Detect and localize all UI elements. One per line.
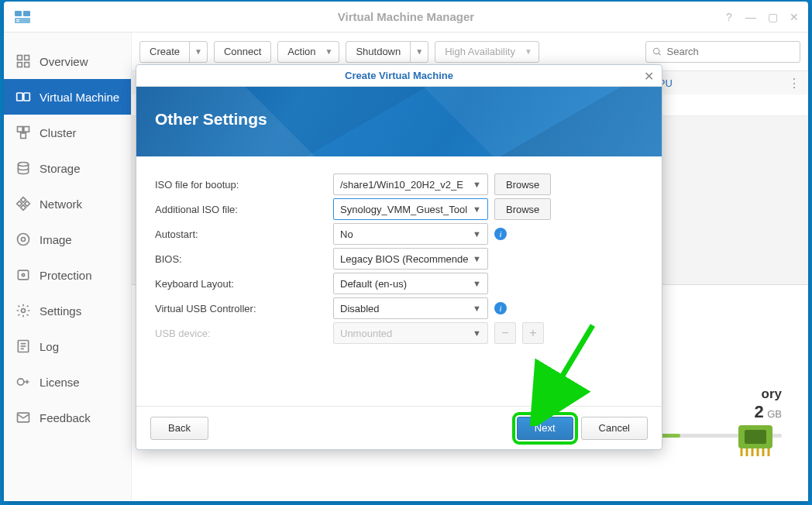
sidebar-item-image[interactable]: Image [4, 222, 131, 257]
svg-rect-6 [25, 56, 29, 60]
svg-rect-17 [18, 270, 28, 280]
connect-button[interactable]: Connect [214, 41, 271, 63]
iso-file-select[interactable]: /share1/Win10_20H2_v2_E▼ [333, 173, 488, 195]
svg-rect-0 [15, 11, 22, 16]
sidebar-item-label: Overview [40, 55, 88, 68]
sidebar-item-label: Network [40, 198, 82, 211]
chevron-down-icon: ▼ [325, 47, 339, 56]
virtual-usb-select[interactable]: Disabled▼ [333, 297, 488, 319]
window-title: Virtual Machine Manager [338, 10, 474, 23]
chevron-down-icon: ▼ [473, 279, 481, 288]
additional-iso-select[interactable]: Synology_VMM_Guest_Tool▼ [333, 198, 488, 220]
bios-label: BIOS: [155, 253, 333, 265]
svg-rect-10 [24, 93, 30, 101]
svg-rect-11 [18, 127, 23, 132]
cluster-icon [15, 124, 32, 141]
high-availability-button[interactable]: High Availability▼ [435, 41, 539, 63]
additional-iso-browse-button[interactable]: Browse [494, 198, 551, 220]
sidebar-item-label: Storage [40, 162, 81, 175]
sidebar-item-settings[interactable]: Settings [4, 293, 131, 328]
log-icon [15, 338, 32, 355]
create-vm-dialog: Create Virtual Machine ✕ Other Settings … [136, 64, 662, 450]
svg-point-18 [22, 273, 24, 276]
storage-icon [15, 160, 32, 177]
protection-icon [15, 266, 32, 283]
svg-rect-4 [16, 21, 19, 22]
gear-icon [15, 302, 32, 319]
additional-iso-label: Additional ISO file: [155, 204, 333, 215]
vm-icon [15, 88, 32, 105]
svg-rect-2 [15, 18, 30, 23]
back-button[interactable]: Back [150, 417, 208, 440]
info-icon[interactable]: i [494, 302, 507, 314]
svg-point-24 [18, 379, 24, 385]
chevron-down-icon: ▼ [473, 204, 481, 214]
svg-rect-13 [21, 133, 26, 139]
action-button[interactable]: Action▼ [277, 41, 339, 63]
sidebar-item-label: Virtual Machine [40, 91, 119, 104]
create-button[interactable]: Create▼ [139, 41, 208, 63]
sidebar-item-storage[interactable]: Storage [4, 150, 131, 186]
svg-point-26 [654, 48, 659, 53]
sidebar: Overview Virtual Machine Cluster Storage… [4, 33, 132, 501]
autostart-select[interactable]: No▼ [333, 223, 488, 245]
dialog-title: Create Virtual Machine [345, 70, 453, 81]
autostart-label: Autostart: [155, 228, 333, 240]
overview-icon [15, 53, 32, 70]
close-icon[interactable]: ✕ [788, 11, 800, 23]
title-bar: Virtual Machine Manager ? — ▢ ✕ [4, 2, 808, 33]
sidebar-item-virtual-machine[interactable]: Virtual Machine [4, 79, 131, 115]
network-icon [15, 195, 32, 212]
license-icon [15, 373, 32, 390]
svg-rect-29 [745, 430, 766, 444]
help-icon[interactable]: ? [723, 11, 735, 23]
shutdown-button[interactable]: Shutdown▼ [346, 41, 428, 63]
svg-rect-9 [17, 93, 23, 101]
chevron-down-icon[interactable]: ▼ [410, 42, 428, 62]
chevron-down-icon: ▼ [473, 180, 481, 189]
cpu-chip-icon [732, 419, 779, 461]
sidebar-item-label: Feedback [40, 411, 91, 424]
sidebar-item-cluster[interactable]: Cluster [4, 115, 131, 150]
dialog-close-icon[interactable]: ✕ [644, 69, 654, 84]
info-icon[interactable]: i [494, 228, 507, 240]
sidebar-item-network[interactable]: Network [4, 186, 131, 222]
sidebar-item-label: Cluster [40, 126, 77, 139]
sidebar-item-protection[interactable]: Protection [4, 257, 131, 293]
bios-select[interactable]: Legacy BIOS (Recommende▼ [333, 248, 488, 270]
search-input[interactable] [667, 46, 793, 57]
minimize-icon[interactable]: — [745, 11, 757, 23]
feedback-icon [15, 409, 32, 426]
remove-usb-button: − [494, 322, 516, 344]
chevron-down-icon: ▼ [473, 254, 481, 263]
sidebar-item-feedback[interactable]: Feedback [4, 400, 131, 435]
keyboard-layout-select[interactable]: Default (en-us)▼ [333, 273, 488, 294]
next-button[interactable]: Next [517, 417, 573, 440]
column-menu-icon[interactable]: ⋮ [788, 76, 800, 91]
iso-file-label: ISO file for bootup: [155, 179, 333, 191]
svg-rect-12 [24, 127, 29, 132]
sidebar-item-label: Settings [40, 304, 81, 318]
dialog-titlebar: Create Virtual Machine ✕ [136, 65, 662, 87]
sidebar-item-label: Image [40, 233, 72, 246]
image-icon [15, 231, 32, 248]
keyboard-layout-label: Keyboard Layout: [155, 278, 333, 290]
sidebar-item-label: License [40, 376, 80, 389]
sidebar-item-license[interactable]: License [4, 364, 131, 400]
sidebar-item-overview[interactable]: Overview [4, 43, 131, 79]
chevron-down-icon: ▼ [525, 47, 538, 56]
search-box[interactable] [645, 41, 800, 63]
iso-browse-button[interactable]: Browse [494, 173, 551, 195]
chevron-down-icon: ▼ [473, 328, 481, 338]
chevron-down-icon: ▼ [473, 304, 481, 313]
usb-device-select: Unmounted▼ [333, 322, 488, 344]
maximize-icon[interactable]: ▢ [766, 11, 779, 23]
sidebar-item-log[interactable]: Log [4, 328, 131, 364]
virtual-usb-label: Virtual USB Controller: [155, 303, 333, 314]
chevron-down-icon[interactable]: ▼ [189, 42, 207, 62]
svg-rect-1 [23, 11, 30, 16]
sidebar-item-label: Log [40, 340, 59, 353]
svg-line-27 [659, 53, 661, 55]
svg-point-16 [22, 238, 26, 242]
cancel-button[interactable]: Cancel [581, 417, 648, 440]
